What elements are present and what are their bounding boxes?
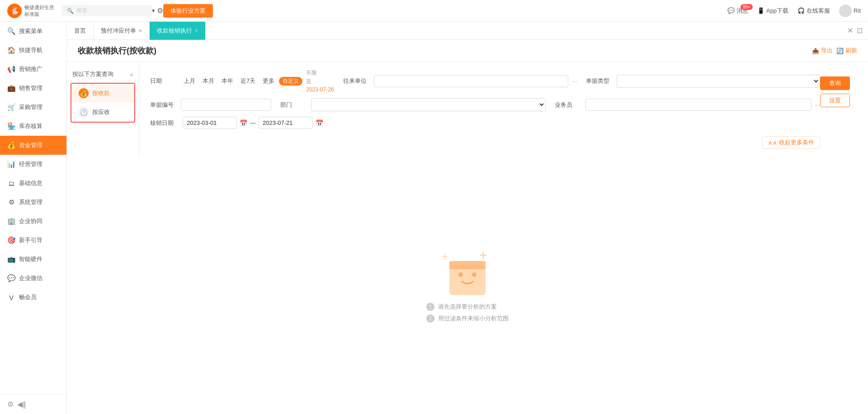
finance-icon: 💰 [7, 141, 15, 149]
sidebar-item-guide[interactable]: 🎯 新手引导 [0, 231, 66, 250]
tab-fullscreen-btn[interactable]: ⊡ [857, 26, 863, 35]
dept-filter-group: 部门 [280, 98, 546, 111]
tab-close-all-btn[interactable]: ✕ [847, 26, 853, 35]
empty-hints: 1 请先选择要分析的方案 2 用过滤条件来缩小分析范围 [426, 303, 509, 323]
logo: 🐇 畅捷通好生意 标准版 [7, 4, 54, 18]
sidebar-item-hardware[interactable]: 📺 智能硬件 [0, 250, 66, 269]
export-icon: 📤 [812, 48, 819, 54]
sidebar-item-enterprise[interactable]: 🏢 企业协同 [0, 212, 66, 231]
query-btn[interactable]: 查询 [820, 76, 850, 90]
dropdown-chevron-btn[interactable]: ▾ [152, 7, 155, 14]
filter-by-receivable[interactable]: 🕐 按应收 [71, 103, 134, 122]
sidebar-item-basic[interactable]: 🗂 基础信息 [0, 174, 66, 193]
doctype-select[interactable] [617, 75, 820, 88]
sidebar-item-system[interactable]: ⚙ 系统管理 [0, 193, 66, 212]
management-icon: 📊 [7, 160, 15, 168]
tab-prepay-close[interactable]: × [139, 28, 142, 34]
partner-filter-group: 往来单位 ··· [343, 75, 577, 87]
industry-plan-btn[interactable]: 体验行业方案 [163, 4, 213, 18]
sidebar-collapse-btn[interactable]: ◀‖ [17, 400, 26, 409]
dept-select[interactable] [311, 98, 546, 111]
setting-btn[interactable]: 设置 [820, 94, 850, 107]
date-options: 上月 本月 本年 近7天 更多 自定义 [181, 76, 302, 86]
hint-text-2: 用过滤条件来缩小分析范围 [438, 314, 509, 323]
salesperson-input[interactable] [585, 99, 811, 111]
search-menu-icon: 🔍 [7, 27, 15, 35]
topbar-right: 💬 消息 99+ 📱 App下载 🎧 在线客服 Rit [727, 5, 861, 17]
date-opt-lastmonth[interactable]: 上月 [181, 76, 198, 86]
sidebar-item-member[interactable]: V 畅会员 [0, 288, 66, 307]
online-service-btn[interactable]: 🎧 在线客服 [797, 7, 830, 15]
tab-home[interactable]: 首页 [67, 22, 94, 40]
app-download-btn[interactable]: 📱 App下载 [757, 7, 788, 15]
docno-input[interactable] [181, 99, 271, 111]
filter-by-receipt[interactable]: 💰 按收款 [71, 84, 134, 103]
sidebar-item-sales[interactable]: 💼 销售管理 [0, 79, 66, 98]
filter-sidebar: 按以下方案查询 « 💰 按收款 🕐 按应收 [67, 62, 139, 156]
doctype-label: 单据类型 [586, 77, 613, 85]
partner-dots[interactable]: ··· [572, 78, 577, 85]
sidebar-bottom: ⚙ ◀‖ [0, 394, 66, 414]
partner-label: 往来单位 [343, 77, 370, 85]
empty-svg [440, 247, 495, 297]
calendar-end-icon[interactable]: 📅 [316, 119, 323, 127]
svg-point-2 [458, 272, 463, 277]
filter-fields: 日期 上月 本月 本年 近7天 更多 自定义 [150, 69, 820, 149]
date-opt-thismonth[interactable]: 本月 [200, 76, 217, 86]
docno-filter-group: 单据编号 [150, 99, 271, 111]
date-label: 日期 [150, 77, 177, 85]
sidebar-item-finance[interactable]: 💰 资金管理 [0, 136, 66, 155]
svg-point-3 [472, 272, 476, 277]
sidebar-item-marketing[interactable]: 📢 营销推广 [0, 60, 66, 79]
hint-num-1: 1 [426, 303, 434, 311]
calendar-start-icon[interactable]: 📅 [240, 119, 247, 127]
date-nolimit-group: 不限 至 2023-07-26 [306, 69, 334, 93]
sidebar-item-inventory[interactable]: 🏪 库存核算 [0, 117, 66, 136]
refresh-btn[interactable]: 🔄 刷新 [836, 47, 857, 55]
sidebar-item-search[interactable]: 🔍 搜索菜单 [0, 22, 66, 41]
dept-label: 部门 [280, 101, 307, 109]
salesperson-filter-group: 业务员 ··· [555, 99, 820, 111]
message-btn[interactable]: 💬 消息 99+ [727, 7, 748, 15]
docno-label: 单据编号 [150, 101, 177, 109]
sidebar-item-wechat[interactable]: 💬 企业微信 [0, 269, 66, 288]
svg-rect-1 [449, 261, 486, 269]
collapse-row: ∧∧ 收起更多条件 [150, 136, 820, 149]
settings-gear-btn[interactable]: ⚙ [157, 6, 163, 15]
partner-input[interactable] [374, 75, 569, 87]
sidebar-item-purchase[interactable]: 🛒 采购管理 [0, 98, 66, 117]
page-title: 收款核销执行(按收款) [78, 45, 156, 56]
filter-row-1: 日期 上月 本月 本年 近7天 更多 自定义 [150, 69, 857, 149]
user-avatar[interactable]: Rit [839, 5, 861, 17]
tab-writeoff-close[interactable]: × [195, 28, 198, 34]
marketing-icon: 📢 [7, 65, 15, 73]
wechat-icon: 💬 [7, 274, 15, 282]
inventory-icon: 🏪 [7, 122, 15, 130]
filter-sidebar-collapse-btn[interactable]: « [130, 71, 133, 78]
verify-date-group: 📅 — 📅 [183, 117, 323, 129]
verify-date-end-input[interactable] [259, 117, 313, 129]
export-btn[interactable]: 📤 导出 [812, 47, 833, 55]
collapse-more-btn[interactable]: ∧∧ 收起更多条件 [762, 136, 820, 149]
date-opt-7days[interactable]: 近7天 [238, 76, 258, 86]
tab-actions: ✕ ⊡ [842, 26, 868, 35]
date-opt-more[interactable]: 更多 [260, 76, 277, 86]
empty-hint-2: 2 用过滤条件来缩小分析范围 [426, 314, 509, 323]
right-filter-panel: 日期 上月 本月 本年 近7天 更多 自定义 [139, 62, 868, 156]
receipt-icon: 💰 [79, 88, 89, 98]
settings-bottom-icon[interactable]: ⚙ [7, 400, 14, 409]
sidebar-item-quicknav[interactable]: 🏠 快捷导航 [0, 41, 66, 60]
guide-icon: 🎯 [7, 236, 15, 244]
tab-writeoff[interactable]: 收款核销执行 × [150, 22, 206, 40]
sidebar-item-management[interactable]: 📊 经营管理 [0, 155, 66, 174]
verify-date-start-input[interactable] [183, 117, 237, 129]
filter-top-row: 日期 上月 本月 本年 近7天 更多 自定义 [150, 69, 820, 93]
sales-icon: 💼 [7, 84, 15, 92]
svg-rect-0 [449, 266, 486, 295]
doctype-filter-group: 单据类型 [586, 75, 820, 88]
tab-prepay[interactable]: 预付冲应付单 × [94, 22, 150, 40]
page-header-actions: 📤 导出 🔄 刷新 [812, 47, 857, 55]
date-opt-thisyear[interactable]: 本年 [219, 76, 236, 86]
enterprise-icon: 🏢 [7, 217, 15, 225]
salesperson-dots[interactable]: ··· [815, 101, 820, 108]
